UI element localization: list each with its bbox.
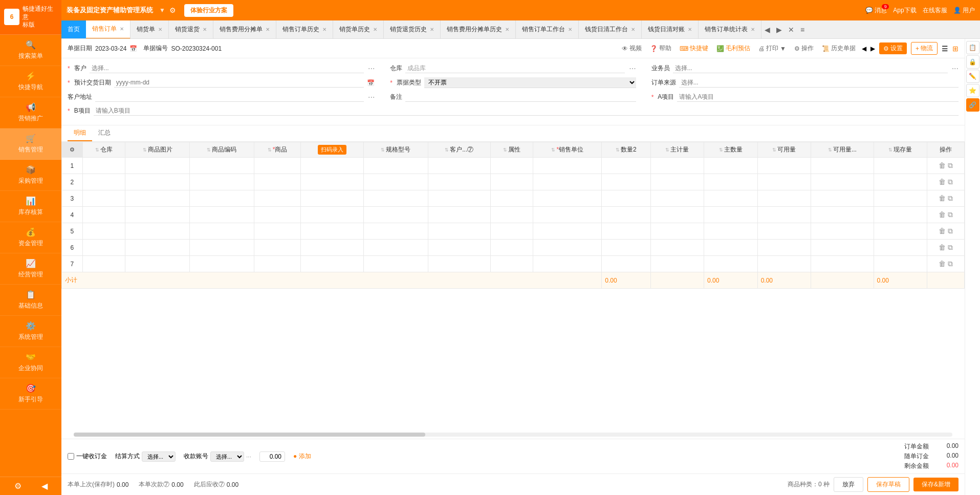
row-1-spec[interactable]: [363, 158, 428, 174]
sidebar-item-business[interactable]: 📈 经营管理: [0, 253, 61, 285]
right-panel-btn-5[interactable]: 🔗: [966, 98, 979, 112]
print-btn[interactable]: 🖨 打印 ▼: [756, 43, 788, 54]
row-1-attr[interactable]: [490, 158, 533, 174]
customer-more-icon[interactable]: ···: [368, 64, 375, 73]
scan-btn[interactable]: 扫码录入: [318, 145, 346, 155]
order-source-input[interactable]: [679, 78, 959, 88]
row-1-unit[interactable]: [533, 158, 602, 174]
delete-icon-3[interactable]: 🗑: [939, 194, 946, 203]
copy-icon-7[interactable]: ⧉: [948, 260, 953, 268]
toolbar-nav-prev[interactable]: ◀: [862, 45, 866, 52]
row-2-product[interactable]: [254, 174, 301, 190]
add-btn[interactable]: ● 添加: [293, 452, 311, 461]
warehouse-input[interactable]: [405, 63, 625, 73]
save-new-button[interactable]: 保存&新增: [913, 478, 959, 491]
right-panel-btn-2[interactable]: 🔒: [966, 55, 979, 69]
sidebar-item-finance[interactable]: 💰 资金管理: [0, 222, 61, 253]
row-1-customer[interactable]: [428, 158, 490, 174]
row-2-qty2[interactable]: [602, 174, 650, 190]
copy-icon-5[interactable]: ⧉: [948, 227, 953, 235]
tab-close-sales-return-icon[interactable]: ✕: [203, 27, 207, 32]
delete-icon-4[interactable]: 🗑: [939, 210, 946, 219]
title-dropdown[interactable]: ▼: [159, 7, 165, 14]
delete-icon-5[interactable]: 🗑: [939, 227, 946, 235]
subtab-detail[interactable]: 明细: [68, 125, 92, 141]
profit-btn[interactable]: 💹 毛利预估: [714, 43, 752, 54]
row-2-warehouse[interactable]: [82, 174, 125, 190]
customer-input[interactable]: [90, 63, 364, 73]
message-badge[interactable]: 💬 9 消息: [865, 6, 887, 15]
row-2-unit[interactable]: [533, 174, 602, 190]
history-btn[interactable]: 📜 历史单据: [820, 43, 858, 54]
quick-confirm-checkbox[interactable]: [68, 453, 74, 460]
operation-btn[interactable]: ⚙ 操作: [792, 43, 816, 54]
copy-icon-3[interactable]: ⧉: [948, 194, 953, 203]
a-project-input[interactable]: [677, 92, 959, 102]
user-menu[interactable]: 👤 用户: [953, 6, 975, 15]
sidebar-item-purchase[interactable]: 📦 采购管理: [0, 160, 61, 191]
row-1-code[interactable]: [189, 158, 254, 174]
tab-close-expense-history-icon[interactable]: ✕: [505, 27, 509, 32]
subtab-summary[interactable]: 汇总: [92, 125, 117, 141]
tab-order-history[interactable]: 销售订单历史 ✕: [276, 20, 333, 39]
tab-return-history[interactable]: 销货退货历史 ✕: [384, 20, 441, 39]
right-panel-btn-4[interactable]: ⭐: [966, 84, 979, 97]
payment-method-select[interactable]: 选择...: [142, 451, 176, 462]
delete-icon-6[interactable]: 🗑: [939, 243, 946, 252]
online-service-link[interactable]: 在线客服: [923, 6, 947, 15]
row-2-code[interactable]: [189, 174, 254, 190]
tab-close-all-btn[interactable]: ✕: [785, 26, 797, 34]
tab-close-slip-history-icon[interactable]: ✕: [373, 27, 377, 32]
settings-btn[interactable]: ⚙: [14, 481, 21, 491]
sidebar-item-sales[interactable]: 🛒 销售管理: [0, 128, 61, 160]
row-3-warehouse[interactable]: [82, 190, 125, 207]
invoice-type-select[interactable]: 不开票: [424, 77, 636, 88]
delete-icon-1[interactable]: 🗑: [939, 161, 946, 170]
topbar-gear-icon[interactable]: ⚙: [169, 6, 176, 14]
tab-close-cash-workbench-icon[interactable]: ✕: [631, 27, 635, 32]
row-4-warehouse[interactable]: [82, 207, 125, 223]
settings-quick-btn[interactable]: ⚙ 设置: [879, 42, 907, 54]
b-project-input[interactable]: [94, 106, 959, 116]
salesperson-more-icon[interactable]: ···: [952, 64, 959, 73]
sidebar-item-system[interactable]: ⚙️ 系统管理: [0, 316, 61, 347]
tab-order-stats[interactable]: 销售订单统计表 ✕: [699, 20, 761, 39]
discard-button[interactable]: 放弃: [834, 477, 863, 492]
sidebar-item-nav[interactable]: ⚡ 快捷导航: [0, 66, 61, 97]
view-btn[interactable]: 👁 视频: [620, 43, 644, 54]
solution-button[interactable]: 体验行业方案: [184, 4, 233, 17]
row-1-product[interactable]: [254, 158, 301, 174]
tab-close-order-workbench-icon[interactable]: ✕: [568, 27, 572, 32]
warehouse-more-icon[interactable]: ···: [629, 64, 636, 73]
col-gear[interactable]: ⚙: [62, 142, 83, 158]
tab-cash-workbench[interactable]: 钱货日清工作台 ✕: [579, 20, 642, 39]
tab-close-return-history-icon[interactable]: ✕: [430, 27, 434, 32]
tab-close-icon[interactable]: ✕: [120, 26, 124, 32]
tab-next-btn[interactable]: ▶: [773, 26, 785, 34]
tab-close-expense-split-icon[interactable]: ✕: [266, 27, 270, 32]
sidebar-item-marketing[interactable]: 📢 营销推广: [0, 97, 61, 128]
tab-slip-history[interactable]: 销货单历史 ✕: [333, 20, 384, 39]
scroll-area[interactable]: [74, 433, 952, 437]
row-1-warehouse[interactable]: [82, 158, 125, 174]
row-1-main-qty[interactable]: [704, 158, 758, 174]
add-logistics-btn[interactable]: + 物流: [911, 42, 938, 55]
tab-sales-slip[interactable]: 销货单 ✕: [130, 20, 169, 39]
delivery-date-input[interactable]: [114, 78, 364, 88]
col-scan[interactable]: 扫码录入: [301, 142, 363, 158]
delete-icon-2[interactable]: 🗑: [939, 178, 946, 186]
tab-sales-return[interactable]: 销货退货 ✕: [169, 20, 213, 39]
app-download-link[interactable]: App下载: [893, 6, 916, 15]
tab-close-order-history-icon[interactable]: ✕: [322, 27, 326, 32]
remark-input[interactable]: [405, 92, 636, 102]
row-2-spec[interactable]: [363, 174, 428, 190]
toolbar-nav-next[interactable]: ▶: [870, 45, 875, 52]
copy-icon-1[interactable]: ⧉: [948, 161, 953, 170]
address-input[interactable]: [95, 92, 364, 102]
row-2-customer[interactable]: [428, 174, 490, 190]
grid-view-icon[interactable]: ☰: [942, 45, 948, 53]
shortcut-btn[interactable]: ⌨ 快捷键: [678, 43, 710, 54]
tab-order-workbench[interactable]: 销售订单工作台 ✕: [516, 20, 579, 39]
row-2-main-qty[interactable]: [704, 174, 758, 190]
row-2-attr[interactable]: [490, 174, 533, 190]
